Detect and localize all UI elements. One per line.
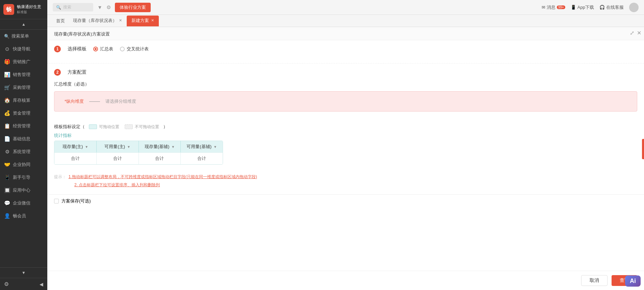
- tips-line2-text: 2. 点击标题栏下拉可设置排序、插入列和删除列: [74, 183, 160, 187]
- tab-inventory-close-icon[interactable]: ✕: [119, 18, 122, 23]
- footer-checkbox-row: 方案保存(可选): [47, 194, 644, 208]
- sidebar-item-system[interactable]: ⚙ 系统管理: [0, 145, 47, 158]
- app-download-btn[interactable]: 📱 App下载: [571, 4, 594, 10]
- tips-line2: 2. 点击标题栏下拉可设置排序、插入列和删除列: [54, 181, 637, 189]
- finance-icon: 💰: [4, 110, 10, 116]
- scroll-up-arrow[interactable]: ▲: [21, 21, 27, 27]
- settings-icon[interactable]: ⚙: [4, 281, 9, 287]
- sidebar-item-purchase[interactable]: 🛒 采购管理: [0, 81, 47, 94]
- trial-btn[interactable]: 体验行业方案: [115, 3, 151, 12]
- panel-expand-icon[interactable]: ⤢: [630, 30, 634, 36]
- footer-actions: 取消 查询: [47, 271, 644, 290]
- save-checkbox[interactable]: [54, 199, 59, 203]
- stat-title: 统计指标: [54, 132, 637, 139]
- app-name: 畅康通好生意: [17, 4, 41, 10]
- messages-btn[interactable]: ✉ 消息 99+: [542, 4, 565, 10]
- member-icon: 👤: [4, 213, 10, 219]
- panel-close-icon[interactable]: ✕: [637, 30, 641, 36]
- content-area: ⤢ ✕ 现存量(库存状况表)方案设置 1 选择模板 汇总表 交叉统计表: [47, 27, 644, 271]
- stat-col-4-header[interactable]: 可用量(基辅) ▼: [181, 141, 223, 152]
- sidebar-item-member[interactable]: 👤 畅会员: [0, 210, 47, 222]
- sidebar-item-inventory[interactable]: 🏠 库存核算: [0, 94, 47, 107]
- step2-badge: 2: [54, 69, 61, 76]
- legend-gray-box: [125, 124, 133, 129]
- ai-badge[interactable]: Ai: [625, 275, 641, 287]
- tab-home[interactable]: 首页: [53, 16, 68, 26]
- right-hint: [642, 139, 644, 159]
- app-tag: 标准版: [17, 10, 41, 15]
- legend-unmovable: 不可拖动位置: [125, 124, 159, 130]
- scroll-down-arrow[interactable]: ▼: [21, 270, 27, 276]
- save-checkbox-label: 方案保存(可选): [61, 198, 91, 204]
- radio-cross-label: 交叉统计表: [127, 46, 149, 52]
- inventory-icon: 🏠: [4, 97, 10, 103]
- sidebar-item-app-center[interactable]: 🔲 应用中心: [0, 184, 47, 197]
- app-download-label: App下载: [577, 4, 594, 10]
- topbar-gear-icon[interactable]: ▼: [97, 4, 102, 10]
- indicator-section: 模板指标设定（ 可拖动位置 不可拖动位置 ） 统计指标: [47, 124, 644, 170]
- sidebar-item-marketing[interactable]: 🎁 营销推广: [0, 55, 47, 68]
- sidebar-item-label: 企业协同: [13, 162, 30, 168]
- radio-cross[interactable]: 交叉统计表: [120, 46, 149, 52]
- indicator-label-text: 模板指标设定（: [54, 124, 85, 130]
- vertical-dim-area[interactable]: *纵向维度 —— 请选择分组维度: [54, 91, 637, 112]
- panel-header: 现存量(库存状况表)方案设置: [47, 27, 644, 40]
- sidebar-search[interactable]: 🔍 搜索菜单: [0, 30, 47, 43]
- stat-col-3-chevron[interactable]: ▼: [171, 145, 175, 149]
- stat-col-4-data: 合计: [181, 153, 223, 164]
- stat-col-1-chevron[interactable]: ▼: [85, 145, 88, 149]
- indicator-legend: 可拖动位置 不可拖动位置: [89, 124, 159, 130]
- panel-controls: ⤢ ✕: [630, 30, 641, 36]
- topbar-search-box[interactable]: 🔍 搜索: [53, 3, 93, 11]
- cooperation-icon: 🤝: [4, 162, 10, 168]
- tab-new-plan[interactable]: 新建方案 ✕: [127, 16, 159, 26]
- app-download-icon: 📱: [571, 5, 576, 10]
- legend-blue-box: [89, 124, 97, 129]
- search-menu-label: 搜索菜单: [11, 33, 29, 39]
- search-icon: 🔍: [4, 34, 9, 39]
- new-guide-icon: 📱: [4, 174, 10, 180]
- topbar-settings-icon[interactable]: ⚙: [106, 4, 111, 10]
- messages-label: 消息: [547, 4, 555, 10]
- tab-new-plan-label: 新建方案: [131, 18, 149, 24]
- stat-col-3-name: 现存量(基辅): [145, 144, 170, 150]
- tab-inventory-status[interactable]: 现存量（库存状况表） ✕: [68, 16, 127, 26]
- cancel-button[interactable]: 取消: [581, 275, 608, 286]
- sidebar-item-new-guide[interactable]: 📱 新手引导: [0, 171, 47, 184]
- sidebar-item-finance[interactable]: 💰 资金管理: [0, 107, 47, 120]
- stat-col-2-chevron[interactable]: ▼: [127, 145, 130, 149]
- tabbar: 首页 现存量（库存状况表） ✕ 新建方案 ✕: [47, 15, 644, 27]
- panel-title: 现存量(库存状况表)方案设置: [54, 31, 110, 37]
- sidebar-item-wechat[interactable]: 💬 企业微信: [0, 197, 47, 210]
- system-icon: ⚙: [4, 149, 10, 155]
- sidebar-item-basic-info[interactable]: 📄 基础信息: [0, 132, 47, 145]
- sidebar-item-sales[interactable]: 📊 销售管理: [0, 68, 47, 81]
- indicator-label-row: 模板指标设定（ 可拖动位置 不可拖动位置 ）: [54, 124, 637, 130]
- user-avatar[interactable]: [629, 3, 639, 12]
- sidebar-toggle-icon[interactable]: ◀: [40, 282, 43, 287]
- legend-unmovable-label: 不可拖动位置: [135, 124, 159, 130]
- topbar-search-icon: 🔍: [56, 5, 61, 10]
- sidebar-item-label: 经营管理: [13, 123, 30, 129]
- stat-col-2-header[interactable]: 可用量(主) ▼: [97, 141, 139, 152]
- tips-line1: 提示： 1.拖动标题栏可以调整布局，不可跨维度或指标区域拖动栏目字段(只能在同一…: [54, 173, 637, 181]
- radio-summary-circle: [93, 47, 98, 51]
- stat-col-3-header[interactable]: 现存量(基辅) ▼: [139, 141, 181, 152]
- sidebar-item-label: 企业微信: [13, 200, 30, 206]
- sidebar-item-quick-nav[interactable]: ⊙ 快捷导航: [0, 43, 47, 55]
- dim-placeholder: 请选择分组维度: [105, 98, 136, 104]
- radio-summary[interactable]: 汇总表: [93, 46, 113, 52]
- legend-movable-label: 可拖动位置: [99, 124, 119, 130]
- stat-col-1-header[interactable]: 现存量(主) ▼: [54, 141, 97, 152]
- sidebar-item-label: 畅会员: [13, 213, 26, 219]
- step1-row: 1 选择模板 汇总表 交叉统计表: [54, 46, 637, 52]
- logo-icon: 畅: [3, 4, 14, 15]
- tab-new-plan-close-icon[interactable]: ✕: [151, 18, 154, 23]
- sidebar-item-operations[interactable]: 📋 经营管理: [0, 120, 47, 132]
- sidebar-item-cooperation[interactable]: 🤝 企业协同: [0, 158, 47, 171]
- stat-col-4-chevron[interactable]: ▼: [214, 145, 217, 149]
- sidebar-item-label: 资金管理: [13, 110, 30, 116]
- sidebar-bottom: ⚙ ◀: [0, 278, 47, 290]
- online-service-btn[interactable]: 🎧 在线客服: [599, 4, 624, 10]
- topbar: 🔍 搜索 ▼ ⚙ 体验行业方案 ✉ 消息 99+ 📱 App下载 🎧 在线客服: [47, 0, 644, 15]
